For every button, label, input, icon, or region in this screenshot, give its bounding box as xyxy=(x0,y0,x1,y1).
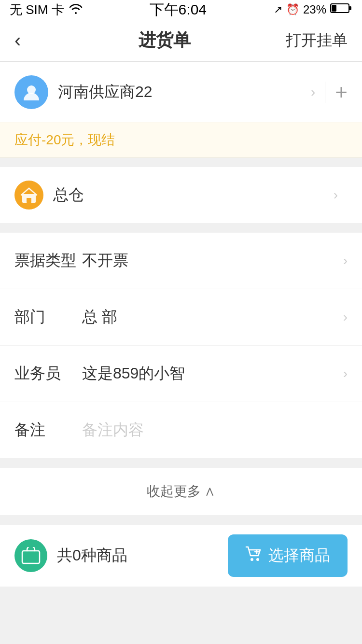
warehouse-section: 总仓 › xyxy=(0,167,362,223)
svg-rect-5 xyxy=(27,198,31,203)
content-area: 河南供应商22 › + 应付-20元，现结 总仓 › 票据类型 不开票 › xyxy=(0,62,362,644)
collapse-section: 收起更多 ∧ xyxy=(0,468,362,515)
gray-fill-area xyxy=(0,587,362,644)
form-row-salesperson[interactable]: 业务员 这是859的小智 › xyxy=(0,346,362,402)
alarm-icon: ⏰ xyxy=(286,3,299,16)
department-chevron-icon: › xyxy=(343,309,348,325)
department-value: 总 部 xyxy=(82,307,343,328)
invoice-type-chevron-icon: › xyxy=(343,253,348,268)
svg-point-8 xyxy=(256,558,259,561)
supplier-card: 河南供应商22 › + 应付-20元，现结 xyxy=(0,62,362,157)
svg-rect-2 xyxy=(332,5,336,12)
warehouse-chevron-icon: › xyxy=(334,187,338,203)
sim-status: 无 SIM 卡 xyxy=(10,1,64,18)
warehouse-name: 总仓 xyxy=(53,184,334,206)
page-title: 进货单 xyxy=(139,28,191,52)
bottom-bar: 共0种商品 选择商品 xyxy=(0,525,362,587)
add-button[interactable]: + xyxy=(325,82,348,103)
product-icon-wrap xyxy=(14,539,47,572)
collapse-button[interactable]: 收起更多 ∧ xyxy=(0,468,362,515)
invoice-type-value: 不开票 xyxy=(82,250,343,271)
remark-label: 备注 xyxy=(14,420,82,441)
select-product-label: 选择商品 xyxy=(268,545,330,566)
notice-bar: 应付-20元，现结 xyxy=(0,123,362,157)
open-pending-button[interactable]: 打开挂单 xyxy=(286,30,348,51)
form-row-remark[interactable]: 备注 备注内容 xyxy=(0,402,362,458)
location-icon: ↗ xyxy=(274,3,282,16)
status-left: 无 SIM 卡 xyxy=(10,1,83,18)
remark-input[interactable]: 备注内容 xyxy=(82,420,348,441)
form-section: 票据类型 不开票 › 部门 总 部 › 业务员 这是859的小智 › 备注 备注… xyxy=(0,233,362,458)
warehouse-row[interactable]: 总仓 › xyxy=(0,167,362,223)
back-button[interactable]: ‹ xyxy=(14,29,43,51)
warehouse-icon xyxy=(14,181,43,210)
salesperson-value: 这是859的小智 xyxy=(82,363,343,384)
form-row-department[interactable]: 部门 总 部 › xyxy=(0,289,362,346)
svg-rect-1 xyxy=(349,6,351,10)
svg-rect-6 xyxy=(22,551,40,563)
status-bar: 无 SIM 卡 下午6:04 ↗ ⏰ 23% xyxy=(0,0,362,19)
cart-icon xyxy=(245,546,263,565)
supplier-avatar xyxy=(14,75,48,109)
product-count: 共0种商品 xyxy=(57,545,218,566)
supplier-chevron-icon: › xyxy=(311,84,315,100)
svg-point-7 xyxy=(251,558,253,561)
status-right: ↗ ⏰ 23% xyxy=(274,2,352,17)
battery-icon xyxy=(330,2,352,17)
supplier-row[interactable]: 河南供应商22 › + xyxy=(0,62,362,123)
salesperson-chevron-icon: › xyxy=(343,366,348,381)
supplier-name: 河南供应商22 xyxy=(58,82,311,103)
invoice-type-label: 票据类型 xyxy=(14,250,82,271)
battery-text: 23% xyxy=(303,3,326,16)
nav-bar: ‹ 进货单 打开挂单 xyxy=(0,19,362,62)
select-product-button[interactable]: 选择商品 xyxy=(228,534,348,577)
status-time: 下午6:04 xyxy=(150,0,207,20)
wifi-icon xyxy=(69,2,83,17)
salesperson-label: 业务员 xyxy=(14,363,82,384)
form-row-invoice-type[interactable]: 票据类型 不开票 › xyxy=(0,233,362,289)
department-label: 部门 xyxy=(14,307,82,328)
